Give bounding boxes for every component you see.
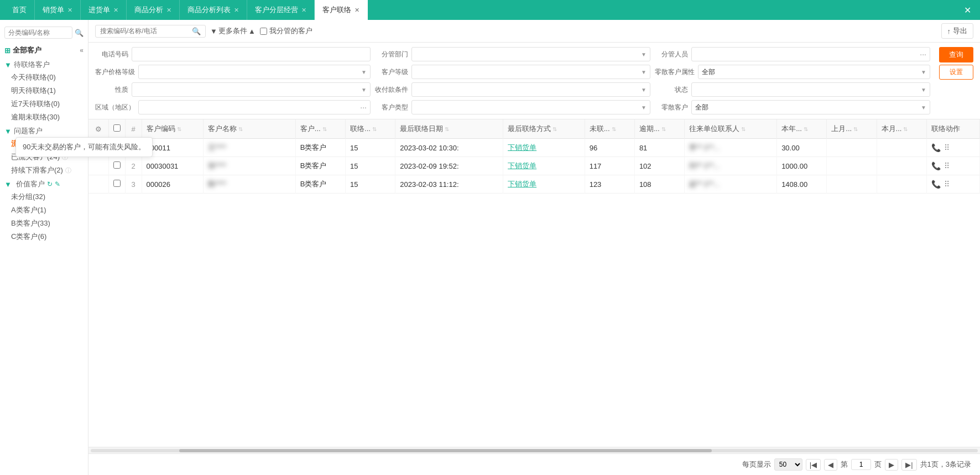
menu-icon-3[interactable]: ⠿ (944, 180, 950, 189)
th-gear[interactable]: ⚙ (88, 119, 108, 139)
tab-home[interactable]: 首页 (4, 0, 35, 20)
filter-dept-select[interactable]: ▼ (411, 47, 650, 61)
th-name[interactable]: 客户名称 ⇅ (203, 119, 295, 139)
more-conditions-btn[interactable]: ▼ 更多条件 ▲ (210, 26, 256, 36)
sidebar-item-classC[interactable]: C类客户(6) (0, 230, 88, 243)
th-action: 联络动作 (926, 119, 979, 139)
filter-person-select[interactable]: ··· (691, 47, 930, 61)
sidebar-search-input[interactable] (4, 27, 72, 39)
th-overdue[interactable]: 逾期... ⇅ (634, 119, 684, 139)
phone-icon-3[interactable]: 📞 (931, 180, 941, 189)
th-code[interactable]: 客户编码 ⇅ (142, 119, 203, 139)
method-link-2[interactable]: 下销货单 (508, 161, 536, 170)
filter-retail-attr-select[interactable]: 全部 ▼ (698, 65, 930, 79)
last-page-btn[interactable]: ▶| (901, 459, 916, 471)
my-customer-checkbox-wrap[interactable]: 我分管的客户 (260, 26, 312, 36)
filter-phone-input[interactable] (132, 47, 371, 61)
edit-icon[interactable]: ✎ (55, 180, 60, 188)
window-close-button[interactable]: ✕ (960, 5, 976, 15)
td-check-2[interactable] (108, 157, 125, 175)
sidebar-all-customers[interactable]: ⊞ 全部客户 « (0, 43, 88, 58)
method-link-3[interactable]: 下销货单 (508, 180, 536, 188)
row-checkbox-2[interactable] (113, 161, 121, 169)
filter-price-grade-select[interactable]: ▼ (138, 65, 371, 79)
close-tab-analysis[interactable]: ✕ (166, 7, 171, 14)
td-code-3: 000026 (142, 175, 203, 194)
sidebar-item-tomorrow[interactable]: 明天待联络(1) (0, 84, 88, 97)
horizontal-scrollbar[interactable] (88, 447, 980, 453)
tab-analysis[interactable]: 商品分析 ✕ (127, 0, 180, 20)
phone-icon-2[interactable]: 📞 (931, 161, 941, 170)
action-icons-2: 📞 ⠿ (931, 161, 975, 170)
page-input[interactable] (851, 459, 871, 470)
tab-purchase[interactable]: 进货单 ✕ (81, 0, 127, 20)
select-all-checkbox[interactable] (113, 124, 121, 132)
filter-region-dots[interactable]: ··· (360, 103, 367, 112)
tab-customer-contact[interactable]: 客户联络 ✕ (315, 0, 368, 20)
filter-retail-customer-select[interactable]: 全部 ▼ (691, 100, 930, 114)
query-button[interactable]: 查询 (939, 47, 973, 62)
th-customer-type[interactable]: 客户... ⇅ (295, 119, 345, 139)
section-value[interactable]: ▼ 价值客户 ↻ ✎ (0, 177, 88, 190)
tab-customer-tier[interactable]: 客户分层经营 ✕ (247, 0, 315, 20)
sort-arrow-nc: ⇅ (612, 126, 616, 132)
filter-payment-select[interactable]: ▼ (411, 82, 650, 97)
phone-icon-1[interactable]: 📞 (931, 143, 941, 152)
th-last-month[interactable]: 上月... ⇅ (827, 119, 877, 139)
filter-nature-select[interactable]: ▼ (132, 82, 371, 97)
sidebar-item-week[interactable]: 近7天待联络(0) (0, 97, 88, 111)
sidebar-item-overdue[interactable]: 逾期未联络(30) (0, 111, 88, 124)
filter-dots-icon[interactable]: ··· (920, 50, 926, 59)
td-od-3: 108 (634, 175, 684, 194)
section-pending[interactable]: ▼ 待联络客户 (0, 58, 88, 71)
close-tab-analysis-list[interactable]: ✕ (234, 7, 239, 14)
page-size-select[interactable]: 50 20 100 (774, 458, 802, 471)
filter-customer-grade-select[interactable]: ▼ (411, 65, 650, 79)
method-link-1[interactable]: 下销货单 (508, 143, 536, 152)
th-unit-contact[interactable]: 往来单位联系人 ⇅ (685, 119, 777, 139)
close-tab-purchase[interactable]: ✕ (113, 7, 118, 14)
settings-button[interactable]: 设置 (939, 65, 973, 80)
menu-icon-1[interactable]: ⠿ (944, 143, 950, 152)
filter-region-select[interactable]: ··· (138, 100, 371, 114)
search-wrap[interactable]: 🔍 (95, 25, 206, 38)
my-customer-checkbox[interactable] (260, 28, 267, 35)
td-check-3[interactable] (108, 175, 125, 194)
th-this-year[interactable]: 本年... ⇅ (777, 119, 827, 139)
tab-analysis-list[interactable]: 商品分析列表 ✕ (180, 0, 247, 20)
th-not-contacted[interactable]: 未联... ⇅ (585, 119, 634, 139)
sidebar-item-classA[interactable]: A类客户(1) (0, 203, 88, 217)
th-contact[interactable]: 联络... ⇅ (346, 119, 395, 139)
tab-sales[interactable]: 销货单 ✕ (35, 0, 81, 20)
export-button[interactable]: ↑ 导出 (941, 23, 974, 39)
first-page-btn[interactable]: |◀ (806, 459, 821, 471)
search-input[interactable] (100, 27, 192, 35)
th-last-date[interactable]: 最后联络日期 ⇅ (395, 119, 503, 139)
sidebar-item-classB[interactable]: B类客户(33) (0, 217, 88, 230)
sort-arrow-code: ⇅ (177, 126, 181, 132)
td-method-1[interactable]: 下销货单 (503, 139, 585, 157)
sidebar-item-today[interactable]: 今天待联络(0) (0, 71, 88, 84)
menu-icon-2[interactable]: ⠿ (944, 161, 950, 170)
td-method-2[interactable]: 下销货单 (503, 157, 585, 175)
sidebar-item-declining[interactable]: 持续下滑客户(2) ⓘ (0, 164, 88, 177)
close-tab-customer-contact[interactable]: ✕ (355, 7, 359, 14)
th-this-month[interactable]: 本月... ⇅ (877, 119, 926, 139)
next-page-btn[interactable]: ▶ (885, 459, 898, 471)
row-checkbox-3[interactable] (113, 180, 121, 187)
refresh-icon[interactable]: ↻ (47, 180, 53, 188)
top-tab-bar: 首页 销货单 ✕ 进货单 ✕ 商品分析 ✕ 商品分析列表 ✕ 客户分层经营 ✕ … (0, 0, 980, 20)
th-last-method[interactable]: 最后联络方式 ⇅ (503, 119, 585, 139)
scrollbar-thumb[interactable] (179, 449, 711, 452)
td-nc-1: 96 (585, 139, 634, 157)
close-tab-customer-tier[interactable]: ✕ (301, 7, 306, 14)
td-method-3[interactable]: 下销货单 (503, 175, 585, 194)
prev-page-btn[interactable]: ◀ (824, 459, 837, 471)
section-problem[interactable]: ▼ 问题客户 (0, 124, 88, 137)
filter-customer-type-select[interactable]: ▼ (411, 100, 650, 114)
gear-icon[interactable]: ⚙ (95, 125, 102, 133)
sidebar-item-unsorted[interactable]: 未分组(32) (0, 190, 88, 203)
close-tab-sales[interactable]: ✕ (67, 7, 72, 14)
sidebar-collapse-icon[interactable]: « (80, 46, 84, 54)
filter-status-select[interactable]: ▼ (691, 82, 930, 97)
